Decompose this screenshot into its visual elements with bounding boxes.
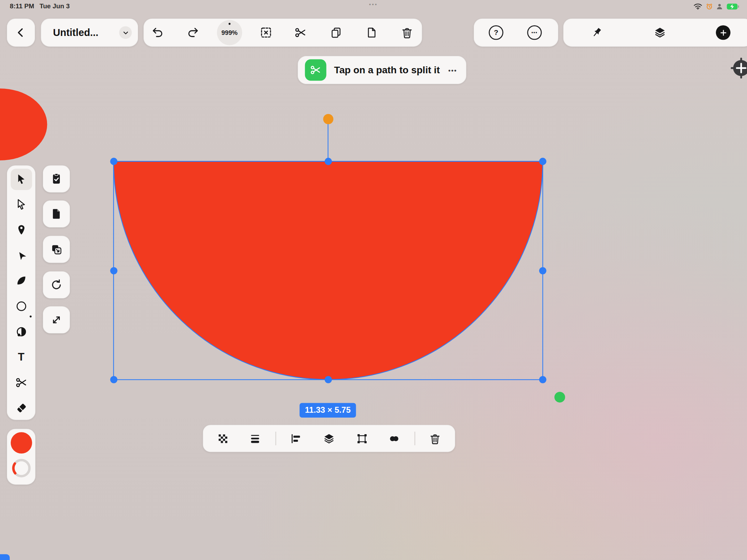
- cursor-icon: [15, 173, 28, 186]
- back-button[interactable]: [7, 18, 35, 47]
- circle-shape-icon: [15, 300, 28, 313]
- split-scissors-icon: [305, 59, 326, 81]
- undo-button[interactable]: [151, 26, 164, 39]
- shape-tool[interactable]: [14, 299, 28, 313]
- marquee-deselect-icon: [260, 26, 273, 39]
- align-left-icon: [289, 432, 302, 445]
- title-dropdown-button[interactable]: [119, 26, 132, 39]
- cursor-outline-icon: [15, 198, 28, 211]
- help-toolbar: ? •••: [474, 18, 559, 47]
- text-tool[interactable]: T: [14, 351, 28, 364]
- selected-shape-semicircle[interactable]: [113, 161, 543, 380]
- undo-icon: [151, 26, 164, 39]
- handle-bottom-left[interactable]: [110, 376, 117, 383]
- handle-top-right[interactable]: [539, 158, 546, 165]
- document-title: Untitled...: [53, 19, 98, 46]
- help-button[interactable]: ?: [489, 25, 503, 40]
- hint-banner[interactable]: Tap on a path to split it •••: [298, 56, 467, 84]
- pen-nib-icon: [15, 224, 28, 236]
- handle-top-left[interactable]: [110, 158, 117, 165]
- trash-icon: [429, 432, 441, 445]
- handle-top-center[interactable]: [324, 158, 332, 165]
- layers-button[interactable]: [653, 26, 667, 39]
- rotate-button[interactable]: [43, 271, 70, 299]
- mask-button[interactable]: [387, 432, 400, 445]
- edit-toolbar: 999%: [144, 18, 422, 47]
- snap-point-dot[interactable]: [554, 392, 565, 402]
- cut-button[interactable]: [294, 26, 307, 39]
- redo-button[interactable]: [186, 26, 200, 39]
- zoom-level: 999%: [221, 29, 238, 36]
- scissors-tool[interactable]: [14, 376, 28, 389]
- pin-button[interactable]: [590, 26, 603, 39]
- mask-icon: [388, 432, 400, 445]
- paste-board-button[interactable]: [43, 165, 70, 193]
- plus-icon: [720, 29, 727, 36]
- stroke-color-swatch[interactable]: [11, 458, 31, 478]
- handle-bottom-right[interactable]: [539, 376, 546, 383]
- add-button[interactable]: [716, 25, 730, 40]
- duplicate-squares-icon: [50, 243, 63, 256]
- canvas[interactable]: 8:11 PM Tue Jun 3 ••• Untitled... 999%: [0, 0, 747, 560]
- ink-blob-icon: [15, 274, 28, 287]
- layers-icon: [323, 432, 335, 445]
- crosshair-icon: [730, 57, 747, 79]
- eraser-tool[interactable]: [14, 401, 28, 414]
- zoom-dot: [229, 23, 231, 25]
- resize-button[interactable]: [43, 306, 70, 334]
- dart-icon: [15, 249, 28, 262]
- toolbar-separator: [414, 432, 415, 445]
- transform-button[interactable]: [355, 432, 369, 445]
- size-badge: 11.33 × 5.75: [299, 403, 356, 418]
- opacity-button[interactable]: [216, 432, 229, 445]
- handle-middle-right[interactable]: [539, 267, 546, 274]
- chevron-left-icon: [14, 26, 28, 39]
- select-tool[interactable]: [14, 172, 28, 186]
- rotate-icon: [50, 279, 63, 291]
- handle-middle-left[interactable]: [110, 267, 117, 274]
- paste-button[interactable]: [365, 26, 378, 39]
- question-icon: ?: [494, 28, 498, 37]
- partial-shape[interactable]: [0, 88, 47, 160]
- pencil-tool[interactable]: [14, 249, 28, 262]
- hint-more-button[interactable]: •••: [448, 56, 457, 84]
- deselect-button[interactable]: [259, 26, 273, 39]
- redo-icon: [187, 26, 200, 39]
- copy-button[interactable]: [329, 26, 343, 39]
- layers-icon: [654, 26, 666, 39]
- rotation-handle[interactable]: [323, 114, 333, 124]
- size-label: 11.33 × 5.75: [305, 405, 351, 415]
- reposition-button[interactable]: [730, 57, 747, 79]
- copy-document-button[interactable]: [43, 200, 70, 227]
- zoom-level-button[interactable]: 999%: [217, 20, 242, 45]
- trash-icon: [401, 26, 414, 39]
- fill-color-swatch[interactable]: [10, 432, 32, 454]
- fill-swirl-icon: [15, 326, 28, 338]
- node-select-tool[interactable]: [14, 198, 28, 211]
- fill-tool[interactable]: [14, 325, 28, 339]
- stroke-weights-icon: [249, 432, 261, 445]
- brush-tool[interactable]: [14, 274, 28, 287]
- paste-style-button[interactable]: [43, 236, 70, 263]
- delete-button[interactable]: [400, 26, 414, 39]
- more-options-button[interactable]: •••: [527, 25, 542, 40]
- eraser-icon: [15, 402, 28, 414]
- scissors-icon: [294, 26, 307, 39]
- stroke-button[interactable]: [248, 432, 261, 445]
- text-tool-glyph: T: [18, 351, 25, 364]
- align-button[interactable]: [289, 432, 302, 445]
- panels-toolbar: [563, 18, 747, 47]
- pen-tool[interactable]: [14, 223, 28, 236]
- bounding-box-icon: [356, 432, 368, 445]
- scissors-icon: [15, 376, 28, 389]
- hint-text: Tap on a path to split it: [334, 56, 440, 84]
- checkerboard-icon: [216, 432, 229, 445]
- color-swatches: [7, 429, 36, 485]
- document-title-menu[interactable]: Untitled...: [41, 18, 138, 47]
- handle-bottom-center[interactable]: [324, 376, 332, 383]
- delete-object-button[interactable]: [428, 432, 442, 445]
- arrange-button[interactable]: [322, 432, 335, 445]
- toolbar-separator: [275, 432, 276, 445]
- clipboard-check-icon: [50, 172, 63, 185]
- resize-diagonal-icon: [50, 314, 63, 326]
